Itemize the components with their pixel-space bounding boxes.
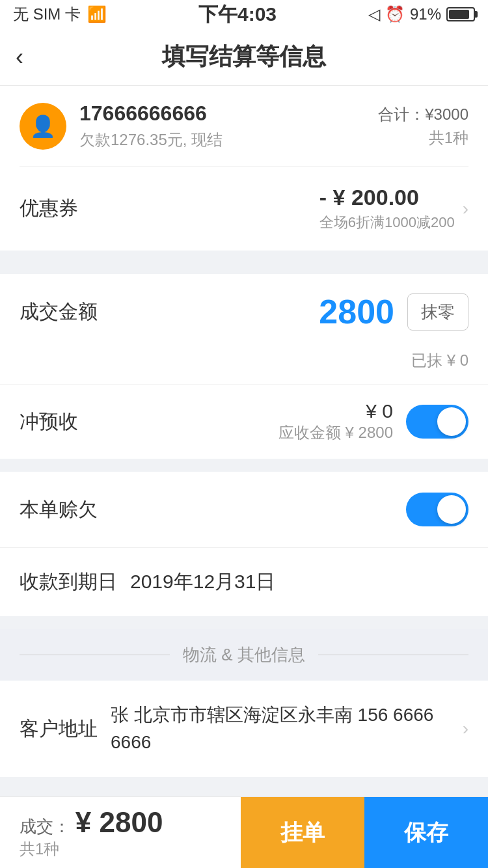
battery-icon: [446, 7, 475, 21]
total-amount-inline: ¥3000: [425, 105, 468, 123]
avatar: 👤: [20, 103, 66, 150]
logistics-line-right: [318, 655, 468, 655]
due-date-value: 2019年12月31日: [130, 569, 275, 595]
bottom-deal-label: 成交：: [20, 817, 70, 836]
user-phone: 17666666666: [79, 102, 223, 126]
user-card: 👤 17666666666 欠款1276.35元, 现结 合计：¥3000 共1…: [0, 86, 488, 251]
wifi-icon: 📶: [87, 5, 107, 23]
section-gap-1: [0, 261, 488, 274]
precollect-right: ¥ 0 应收金额 ¥ 2800: [278, 400, 468, 443]
deal-right: 2800 抹零: [319, 292, 468, 331]
deal-amount: 2800: [319, 292, 394, 331]
user-total: 合计：¥3000 共1种: [378, 104, 468, 148]
address-chevron-icon: ›: [463, 718, 468, 739]
logistics-header: 物流 & 其他信息: [0, 629, 488, 681]
location-icon: ◁: [368, 5, 380, 23]
section-gap-3: [0, 616, 488, 629]
pending-button[interactable]: 挂单: [241, 797, 364, 869]
debt-toggle-knob: [437, 495, 466, 524]
logistics-title: 物流 & 其他信息: [183, 644, 305, 666]
status-time: 下午4:03: [198, 1, 277, 28]
deal-label: 成交金额: [20, 299, 98, 325]
address-row[interactable]: 客户地址 张 北京市市辖区海淀区永丰南 156 6666 6666 ›: [0, 681, 488, 777]
user-debt-info: 欠款1276.35元, 现结: [79, 129, 223, 150]
toggle-knob: [437, 407, 466, 436]
deal-section: 成交金额 2800 抹零 已抹 ¥ 0: [0, 274, 488, 384]
user-row: 👤 17666666666 欠款1276.35元, 现结 合计：¥3000 共1…: [0, 86, 488, 166]
main-content: 👤 17666666666 欠款1276.35元, 现结 合计：¥3000 共1…: [0, 86, 488, 868]
precollect-row: 冲预收 ¥ 0 应收金额 ¥ 2800: [0, 384, 488, 459]
bottom-amount: ¥ 2800: [75, 806, 163, 838]
precollect-amount: ¥ 0: [278, 400, 393, 422]
status-right: ◁ ⏰ 91%: [368, 5, 475, 23]
coupon-right: - ¥ 200.00 全场6折满1000减200 ›: [319, 185, 468, 232]
address-label: 客户地址: [20, 716, 98, 742]
coupon-info: - ¥ 200.00 全场6折满1000减200: [319, 185, 455, 232]
battery-pct: 91%: [410, 5, 441, 23]
deal-row: 成交金额 2800 抹零: [20, 274, 468, 349]
nav-bar: ‹ 填写结算等信息: [0, 29, 488, 86]
logistics-line-left: [20, 655, 170, 655]
coupon-amount: - ¥ 200.00: [319, 185, 455, 210]
precollect-sub: 应收金额 ¥ 2800: [278, 422, 393, 443]
coupon-desc: 全场6折满1000减200: [319, 213, 455, 232]
coupon-row[interactable]: 优惠券 - ¥ 200.00 全场6折满1000减200 ›: [0, 167, 488, 251]
debt-row: 本单赊欠: [0, 472, 488, 547]
status-left: 无 SIM 卡 📶: [13, 4, 107, 25]
deal-sub-text: 已抹 ¥ 0: [411, 351, 468, 369]
status-bar: 无 SIM 卡 📶 下午4:03 ◁ ⏰ 91%: [0, 0, 488, 29]
user-info: 17666666666 欠款1276.35元, 现结: [79, 102, 223, 150]
round-zero-button[interactable]: 抹零: [407, 293, 468, 331]
debt-toggle[interactable]: [406, 493, 468, 526]
total-count: 共1种: [378, 128, 468, 148]
total-label: 合计：¥3000: [378, 104, 468, 125]
section-gap-2: [0, 459, 488, 472]
clock-icon: ⏰: [385, 5, 405, 23]
due-date-row: 收款到期日 2019年12月31日: [0, 547, 488, 616]
address-content: 张 北京市市辖区海淀区永丰南 156 6666 6666: [111, 701, 463, 756]
chevron-right-icon: ›: [463, 198, 468, 219]
debt-label: 本单赊欠: [20, 496, 98, 523]
user-left: 👤 17666666666 欠款1276.35元, 现结: [20, 102, 223, 150]
coupon-label: 优惠券: [20, 195, 78, 222]
back-button[interactable]: ‹: [16, 44, 23, 71]
bottom-deal-row: 成交： ¥ 2800: [20, 806, 221, 839]
bottom-bar: 成交： ¥ 2800 共1种 挂单 保存: [0, 796, 488, 868]
save-button[interactable]: 保存: [364, 797, 488, 869]
sim-label: 无 SIM 卡: [13, 4, 81, 25]
precollect-amount-block: ¥ 0 应收金额 ¥ 2800: [278, 400, 393, 443]
due-date-label: 收款到期日: [20, 569, 117, 595]
avatar-icon: 👤: [30, 114, 56, 139]
bottom-info: 成交： ¥ 2800 共1种: [0, 806, 241, 860]
page-title: 填写结算等信息: [162, 41, 326, 73]
precollect-label: 冲预收: [20, 409, 78, 435]
precollect-toggle[interactable]: [406, 405, 468, 439]
bottom-count: 共1种: [20, 839, 221, 860]
